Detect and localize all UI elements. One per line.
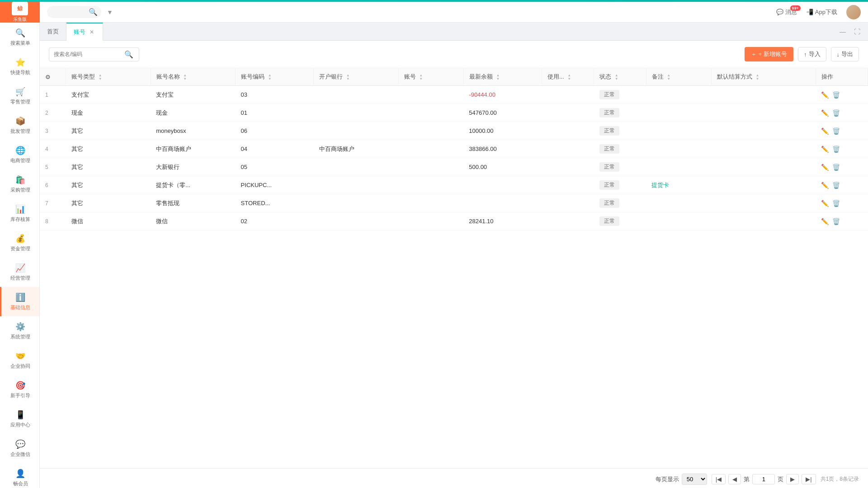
total-info: 共1页，8条记录 [821, 475, 859, 483]
sidebar-item-purchase-mgmt[interactable]: 🛍️ 采购管理 [0, 169, 39, 199]
th-remark[interactable]: 备注 ▲▼ [646, 68, 711, 86]
cell-code: 06 [236, 122, 314, 140]
cell-num: 5 [40, 158, 66, 176]
sidebar-item-search-menu[interactable]: 🔍 搜索菜单 [0, 23, 39, 52]
cell-name: 微信 [151, 212, 235, 230]
user-avatar[interactable] [846, 5, 861, 19]
cell-usage [542, 176, 594, 194]
sidebar-item-enterprise-wechat[interactable]: 💬 企业微信 [0, 434, 39, 463]
sidebar-item-quick-nav[interactable]: ⭐ 快捷导航 [0, 52, 39, 81]
page-number-input[interactable] [752, 474, 775, 484]
th-code[interactable]: 账号编码 ▲▼ [236, 68, 314, 86]
accounts-table: ⚙ 账号类型 ▲▼ 账号名称 ▲▼ 账号编码 ▲▼ [40, 68, 868, 230]
sort-arrows-usage: ▲▼ [567, 74, 571, 81]
last-page-button[interactable]: ▶| [802, 474, 816, 484]
edit-icon[interactable]: ✏️ [821, 109, 829, 117]
edit-icon[interactable]: ✏️ [821, 91, 829, 99]
cell-status: 正常 [594, 140, 646, 158]
next-page-button[interactable]: ▶ [786, 474, 799, 484]
sidebar-item-inventory-calc[interactable]: 📊 库存核算 [0, 199, 39, 228]
per-page-select[interactable]: 50 100 200 [682, 474, 707, 485]
sidebar-item-new-guide[interactable]: 🎯 新手引导 [0, 375, 39, 404]
th-balance[interactable]: 最新余额 ▲▼ [463, 68, 542, 86]
cell-account [398, 122, 463, 140]
app-download-button[interactable]: 📲 App下载 [806, 8, 837, 16]
edit-icon[interactable]: ✏️ [821, 182, 829, 189]
edit-icon[interactable]: ✏️ [821, 145, 829, 153]
th-account[interactable]: 账号 ▲▼ [398, 68, 463, 86]
cell-remark: 提货卡 [646, 176, 711, 194]
delete-icon[interactable]: 🗑️ [832, 164, 840, 171]
cell-type: 支付宝 [66, 86, 151, 104]
cell-name: 现金 [151, 104, 235, 122]
sidebar-item-ecommerce-mgmt[interactable]: 🌐 电商管理 [0, 140, 39, 169]
pagination-bar: 每页显示 50 100 200 |◀ ◀ 第 页 ▶ ▶| 共1页，8条记录 [40, 468, 868, 488]
tab-home[interactable]: 首页 [40, 23, 66, 41]
cell-code: 03 [236, 86, 314, 104]
window-maximize-button[interactable]: ⛶ [850, 23, 864, 40]
cell-account [398, 140, 463, 158]
cell-status: 正常 [594, 194, 646, 212]
cell-code: 04 [236, 140, 314, 158]
delete-icon[interactable]: 🗑️ [832, 218, 840, 225]
cell-usage [542, 158, 594, 176]
th-type[interactable]: 账号类型 ▲▼ [66, 68, 151, 86]
system-icon: ⚙️ [15, 322, 25, 332]
sidebar-item-retail-mgmt[interactable]: 🛒 零售管理 [0, 81, 39, 111]
sidebar-item-basic-info[interactable]: ℹ️ 基础信息 [0, 287, 39, 316]
sidebar-item-wholesale-mgmt[interactable]: 📦 批发管理 [0, 111, 39, 140]
sidebar-item-enterprise-agreement[interactable]: 🤝 企业协同 [0, 346, 39, 375]
tab-close-button[interactable]: ✕ [88, 28, 95, 36]
delete-icon[interactable]: 🗑️ [832, 200, 840, 207]
export-button[interactable]: ↓ 导出 [831, 47, 859, 61]
th-default[interactable]: 默认结算方式 ▲▼ [711, 68, 816, 86]
cell-remark [646, 86, 711, 104]
cell-type: 其它 [66, 194, 151, 212]
guide-icon: 🎯 [15, 380, 25, 390]
edit-icon[interactable]: ✏️ [821, 218, 829, 225]
cell-account [398, 176, 463, 194]
account-search-input[interactable] [54, 51, 122, 57]
retail-icon: 🛒 [15, 87, 25, 97]
cell-num: 1 [40, 86, 66, 104]
th-name[interactable]: 账号名称 ▲▼ [151, 68, 235, 86]
cell-balance: 500.00 [463, 158, 542, 176]
import-button[interactable]: ↑ 导入 [798, 47, 826, 61]
add-account-button[interactable]: ＋ + 新增账号 [745, 47, 793, 61]
sort-arrows-bank: ▲▼ [346, 74, 350, 81]
th-status[interactable]: 状态 ▲▼ [594, 68, 646, 86]
sort-arrows-balance: ▲▼ [496, 74, 500, 81]
header-search[interactable]: 🔍 [47, 6, 101, 18]
delete-icon[interactable]: 🗑️ [832, 127, 840, 135]
delete-icon[interactable]: 🗑️ [832, 109, 840, 117]
edit-icon[interactable]: ✏️ [821, 127, 829, 135]
edit-icon[interactable]: ✏️ [821, 200, 829, 207]
edit-icon[interactable]: ✏️ [821, 164, 829, 171]
header-right: 💬 消息 99+ 📲 App下载 [776, 5, 861, 19]
th-account-label: 账号 [404, 73, 416, 80]
th-bank[interactable]: 开户银行 ▲▼ [314, 68, 398, 86]
sidebar-item-app-center[interactable]: 📱 应用中心 [0, 404, 39, 434]
sidebar-item-system-mgmt[interactable]: ⚙️ 系统管理 [0, 316, 39, 346]
delete-icon[interactable]: 🗑️ [832, 145, 840, 153]
delete-icon[interactable]: 🗑️ [832, 91, 840, 99]
tab-account[interactable]: 账号 ✕ [66, 23, 103, 41]
sidebar-item-finance-mgmt[interactable]: 💰 资金管理 [0, 228, 39, 258]
first-page-button[interactable]: |◀ [712, 474, 726, 484]
sidebar-item-operations-mgmt[interactable]: 📈 经营管理 [0, 258, 39, 287]
delete-icon[interactable]: 🗑️ [832, 182, 840, 189]
th-usage[interactable]: 使用... ▲▼ [542, 68, 594, 86]
account-search-box[interactable]: 🔍 [49, 47, 139, 61]
message-button[interactable]: 💬 消息 99+ [776, 8, 797, 16]
prev-page-button[interactable]: ◀ [728, 474, 741, 484]
cell-bank [314, 212, 398, 230]
header-search-input[interactable] [52, 9, 89, 15]
sidebar-item-member[interactable]: 👤 畅会员 [0, 463, 39, 488]
top-header: 🔍 ▼ 💬 消息 99+ 📲 App下载 [40, 2, 868, 23]
expand-button[interactable]: ▼ [107, 9, 113, 16]
th-settings[interactable]: ⚙ [40, 68, 66, 86]
add-icon: ＋ [751, 50, 757, 58]
cell-default [711, 122, 816, 140]
cell-remark [646, 122, 711, 140]
window-minimize-button[interactable]: — [835, 23, 850, 40]
